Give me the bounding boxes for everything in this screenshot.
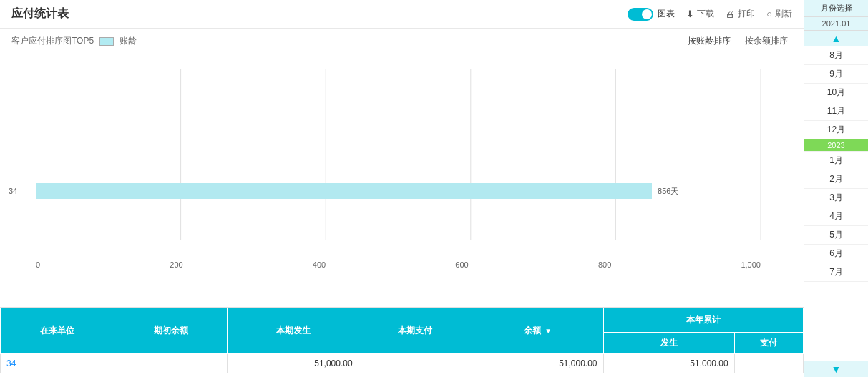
chart-legend: 客户应付排序图TOP5 账龄 xyxy=(11,35,137,47)
sidebar-month-2[interactable]: 2月 xyxy=(804,170,868,189)
sidebar-year-display: 2021.01 xyxy=(804,17,868,31)
bar-chart-area: 34 856天 0 200 400 600 800 1,000 xyxy=(0,54,804,307)
sidebar-nav-down[interactable]: ▼ xyxy=(804,361,868,377)
left-main: 应付统计表 图表 下载 打印 刷新 xyxy=(0,0,804,377)
x-label-400: 400 xyxy=(313,260,326,269)
sort-by-amount-button[interactable]: 按账龄排序 xyxy=(683,34,735,49)
cell-opening xyxy=(114,354,228,373)
bar-row: 34 856天 xyxy=(36,183,761,199)
chart-section: 客户应付排序图TOP5 账龄 按账龄排序 按余额排序 xyxy=(0,29,804,307)
sidebar-title: 月份选择 xyxy=(804,0,868,17)
col-opening: 期初余额 xyxy=(114,308,228,354)
toggle-track xyxy=(628,8,653,21)
x-label-600: 600 xyxy=(455,260,468,269)
chart-toggle[interactable]: 图表 xyxy=(628,8,675,21)
x-label-200: 200 xyxy=(170,260,182,269)
sidebar-month-5[interactable]: 5月 xyxy=(804,226,868,245)
page-container: 应付统计表 图表 下载 打印 刷新 xyxy=(0,0,868,377)
table-section: 在来单位 期初余额 本期发生 本期支付 余额 ▼ 本年累计 发生 支付 34 xyxy=(0,308,804,377)
cell-unit: 34 xyxy=(1,354,114,373)
cell-current-pay xyxy=(359,354,472,373)
sidebar-month-6[interactable]: 6月 xyxy=(804,245,868,263)
table-header-row1: 在来单位 期初余额 本期发生 本期支付 余额 ▼ 本年累计 xyxy=(1,308,804,333)
refresh-icon xyxy=(766,9,772,19)
col-ytd: 本年累计 xyxy=(603,308,803,333)
print-label: 打印 xyxy=(738,8,755,20)
download-label: 下载 xyxy=(697,8,714,20)
legend-color-box xyxy=(99,37,114,46)
toggle-thumb xyxy=(642,9,652,19)
sidebar-month-4[interactable]: 4月 xyxy=(804,207,868,226)
sidebar-year-2023[interactable]: 2023 xyxy=(804,139,868,152)
x-label-1000: 1,000 xyxy=(741,260,761,269)
sidebar-month-1[interactable]: 1月 xyxy=(804,152,868,170)
x-axis: 0 200 400 600 800 1,000 xyxy=(36,260,761,269)
chart-sort-buttons: 按账龄排序 按余额排序 xyxy=(683,34,792,49)
chart-gridlines xyxy=(36,69,761,240)
right-sidebar: 月份选择 2021.01 ▲ 8月 9月 10月 11月 12月 2023 1月… xyxy=(804,0,868,377)
print-button[interactable]: 打印 xyxy=(726,8,755,20)
sidebar-month-11[interactable]: 11月 xyxy=(804,102,868,121)
sidebar-month-3[interactable]: 3月 xyxy=(804,189,868,207)
data-table: 在来单位 期初余额 本期发生 本期支付 余额 ▼ 本年累计 发生 支付 34 xyxy=(0,308,804,373)
col-current-occ: 本期发生 xyxy=(228,308,359,354)
sidebar-months-list: 8月 9月 10月 11月 12月 2023 1月 2月 3月 4月 5月 6月… xyxy=(804,46,868,361)
bar-chart: 34 856天 xyxy=(36,69,761,255)
cell-ytd-pay xyxy=(734,354,803,373)
cell-current-occ: 51,000.00 xyxy=(228,354,359,373)
bar-y-label: 34 xyxy=(9,187,17,195)
legend-box-label: 账龄 xyxy=(120,35,137,47)
x-label-0: 0 xyxy=(36,260,40,269)
chart-header: 客户应付排序图TOP5 账龄 按账龄排序 按余额排序 xyxy=(0,29,804,54)
col-unit: 在来单位 xyxy=(1,308,114,354)
col-ytd-pay: 支付 xyxy=(734,333,803,354)
col-current-pay: 本期支付 xyxy=(359,308,472,354)
header: 应付统计表 图表 下载 打印 刷新 xyxy=(0,0,804,29)
chart-row: 客户应付排序图TOP5 账龄 按账龄排序 按余额排序 xyxy=(0,29,804,308)
refresh-button[interactable]: 刷新 xyxy=(766,8,792,20)
print-icon xyxy=(726,9,735,19)
table-row: 34 51,000.00 51,000.00 51,000.00 xyxy=(1,354,804,373)
header-actions: 图表 下载 打印 刷新 xyxy=(628,8,792,21)
toggle-label: 图表 xyxy=(658,8,675,20)
sidebar-month-7[interactable]: 7月 xyxy=(804,263,868,282)
cell-balance: 51,000.00 xyxy=(472,354,603,373)
download-button[interactable]: 下载 xyxy=(686,8,714,20)
bar-fill xyxy=(36,183,652,199)
bar-right-label: 856天 xyxy=(658,186,678,197)
sidebar-month-9[interactable]: 9月 xyxy=(804,65,868,84)
legend-text: 客户应付排序图TOP5 xyxy=(11,35,94,47)
sort-by-balance-button[interactable]: 按余额排序 xyxy=(741,34,792,49)
cell-ytd-occ: 51,000.00 xyxy=(603,354,734,373)
refresh-label: 刷新 xyxy=(775,8,792,20)
sidebar-month-8[interactable]: 8月 xyxy=(804,46,868,65)
page-title: 应付统计表 xyxy=(11,6,69,21)
sidebar-month-12[interactable]: 12月 xyxy=(804,121,868,139)
sidebar-month-10[interactable]: 10月 xyxy=(804,84,868,102)
col-balance: 余额 ▼ xyxy=(472,308,603,354)
download-icon xyxy=(686,9,694,19)
x-label-800: 800 xyxy=(598,260,611,269)
balance-sort-icon: ▼ xyxy=(545,327,552,335)
sidebar-nav-up[interactable]: ▲ xyxy=(804,31,868,46)
col-ytd-occ: 发生 xyxy=(603,333,734,354)
